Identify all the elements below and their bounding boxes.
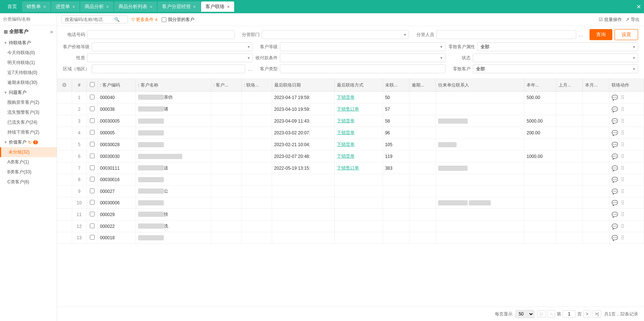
sidebar-item-tomorrow-waiting[interactable]: 明天待联络(1) xyxy=(0,58,57,68)
chat-action-icon[interactable]: 💬 xyxy=(612,200,618,206)
chat-action-icon[interactable]: 💬 xyxy=(612,235,618,241)
row-checkbox[interactable] xyxy=(90,118,95,123)
customer-type-input[interactable] xyxy=(280,64,445,73)
nature-select[interactable] xyxy=(87,53,253,62)
row-checkbox[interactable] xyxy=(90,212,95,216)
sidebar-section-value[interactable]: ▼ 价值客户 ↻ ! xyxy=(0,137,57,147)
region-input[interactable] xyxy=(92,64,245,73)
price-level-select[interactable] xyxy=(92,42,253,51)
row-checkbox[interactable] xyxy=(90,95,95,99)
more-conditions-button[interactable]: ▽ 更多条件 ∧ xyxy=(131,17,158,23)
my-customers-checkbox[interactable] xyxy=(162,17,166,22)
dept-select[interactable] xyxy=(262,30,409,39)
more-action-icon[interactable]: ⠿ xyxy=(621,200,624,206)
select-all-checkbox[interactable] xyxy=(90,82,95,87)
tab-home[interactable]: 首页 xyxy=(3,1,21,12)
prev-page-button[interactable]: < xyxy=(548,310,555,318)
row-checkbox[interactable] xyxy=(90,165,95,170)
sidebar-item-churn-warning[interactable]: 流失预警客户(3) xyxy=(0,107,57,117)
sidebar-section-waiting[interactable]: ▼ 待联络客户 xyxy=(0,38,57,48)
row-checkbox[interactable] xyxy=(90,188,95,193)
sidebar-item-abnormal[interactable]: 囤购异常客户(2) xyxy=(0,98,57,107)
last-method-link[interactable]: 下销货单 xyxy=(337,118,355,123)
tab-analysis-list[interactable]: 商品分析列表 ✕ xyxy=(114,1,157,12)
region-more-icon[interactable]: … xyxy=(247,66,253,72)
chat-action-icon[interactable]: 💬 xyxy=(612,130,618,136)
last-method-link[interactable]: 下销货单 xyxy=(337,95,355,100)
last-method-link[interactable]: 下销售订单 xyxy=(337,165,359,170)
more-action-icon[interactable]: ⠿ xyxy=(621,154,624,159)
status-select[interactable] xyxy=(473,53,638,62)
last-page-button[interactable]: >| xyxy=(592,310,601,318)
sidebar-collapse-icon[interactable]: « xyxy=(50,29,53,35)
more-action-icon[interactable]: ⠿ xyxy=(621,118,624,124)
sidebar-item-week-waiting[interactable]: 近7天待联络(0) xyxy=(0,68,57,78)
sidebar-item-class-b[interactable]: B类客户(33) xyxy=(0,167,57,177)
close-customer-contact-tab-icon[interactable]: ✕ xyxy=(227,5,230,9)
chat-action-icon[interactable]: 💬 xyxy=(612,95,618,100)
row-checkbox[interactable] xyxy=(90,177,95,181)
search-icon[interactable]: 🔍 xyxy=(114,17,120,22)
tab-customer-contact[interactable]: 客户联络 ✕ xyxy=(201,1,234,12)
sidebar-item-ungrouped[interactable]: 未分组(32) xyxy=(0,147,57,157)
tab-purchase[interactable]: 进货单 ✕ xyxy=(51,1,80,12)
window-close-button[interactable]: ✕ xyxy=(636,3,641,10)
manager-input[interactable] xyxy=(436,30,576,39)
page-input[interactable] xyxy=(563,310,576,318)
per-page-select[interactable]: 50 100 200 xyxy=(515,310,534,318)
close-sales-tab-icon[interactable]: ✕ xyxy=(43,5,46,9)
chat-action-icon[interactable]: 💬 xyxy=(612,177,618,183)
sidebar-item-class-a[interactable]: A类客户(1) xyxy=(0,157,57,167)
query-button[interactable]: 查询 xyxy=(590,29,612,40)
customer-level-select[interactable] xyxy=(280,42,445,51)
row-checkbox[interactable] xyxy=(90,200,95,205)
chat-action-icon[interactable]: 💬 xyxy=(612,154,618,159)
batch-operation-button[interactable]: ☑ 批量操作 xyxy=(599,17,622,23)
sidebar-item-overdue-waiting[interactable]: 逾期未联络(30) xyxy=(0,78,57,88)
table-settings-icon[interactable]: ⚙ xyxy=(62,82,67,88)
chat-action-icon[interactable]: 💬 xyxy=(612,188,618,194)
more-action-icon[interactable]: ⠿ xyxy=(621,165,624,171)
tab-analysis[interactable]: 商品分析 ✕ xyxy=(80,1,113,12)
row-checkbox[interactable] xyxy=(90,154,95,158)
first-page-button[interactable]: |< xyxy=(537,310,546,318)
last-method-link[interactable]: 下销售订单 xyxy=(337,106,359,112)
tab-customer-tier[interactable]: 客户分层经营 ✕ xyxy=(158,1,200,12)
sidebar-item-churned[interactable]: 已流失客户(24) xyxy=(0,117,57,127)
tab-sales[interactable]: 销售单 ✕ xyxy=(22,1,50,12)
search-input[interactable] xyxy=(65,17,113,22)
sidebar-section-problem[interactable]: ▼ 问题客户 xyxy=(0,88,57,98)
chat-action-icon[interactable]: 💬 xyxy=(612,142,618,148)
chat-action-icon[interactable]: 💬 xyxy=(612,212,618,218)
more-action-icon[interactable]: ⠿ xyxy=(621,188,624,194)
row-checkbox[interactable] xyxy=(90,142,95,147)
sidebar-item-today-waiting[interactable]: 今天待联络(0) xyxy=(0,48,57,58)
chat-action-icon[interactable]: 💬 xyxy=(612,223,618,229)
sidebar-item-declining[interactable]: 持续下滑客户(2) xyxy=(0,127,57,137)
sidebar-item-class-c[interactable]: C类客户(6) xyxy=(0,177,57,187)
last-method-link[interactable]: 下销货单 xyxy=(337,130,355,135)
scatter-customer-select[interactable]: 全部 xyxy=(473,64,638,73)
close-purchase-tab-icon[interactable]: ✕ xyxy=(72,5,75,9)
more-action-icon[interactable]: ⠿ xyxy=(621,212,624,218)
value-refresh-icon[interactable]: ↻ xyxy=(28,140,32,145)
more-action-icon[interactable]: ⠿ xyxy=(621,130,624,136)
close-analysis-list-tab-icon[interactable]: ✕ xyxy=(149,5,152,9)
more-action-icon[interactable]: ⠿ xyxy=(621,95,624,100)
more-action-icon[interactable]: ⠿ xyxy=(621,177,624,183)
next-page-button[interactable]: > xyxy=(583,310,591,318)
more-action-icon[interactable]: ⠿ xyxy=(621,235,624,241)
sidebar-all-customers[interactable]: ⊞ 全部客户 « xyxy=(0,25,57,38)
payment-select[interactable] xyxy=(280,53,445,62)
last-method-link[interactable]: 下销货单 xyxy=(337,142,355,147)
manager-more-icon[interactable]: … xyxy=(578,32,584,38)
more-action-icon[interactable]: ⠿ xyxy=(621,223,624,229)
close-customer-tier-tab-icon[interactable]: ✕ xyxy=(193,5,196,9)
row-checkbox[interactable] xyxy=(90,223,95,228)
more-action-icon[interactable]: ⠿ xyxy=(621,142,624,148)
export-button[interactable]: ↗ 导出 xyxy=(626,17,640,23)
close-analysis-tab-icon[interactable]: ✕ xyxy=(106,5,109,9)
chat-action-icon[interactable]: 💬 xyxy=(612,118,618,124)
scatter-attr-select[interactable]: 全部 xyxy=(477,42,638,51)
row-checkbox[interactable] xyxy=(90,235,95,240)
